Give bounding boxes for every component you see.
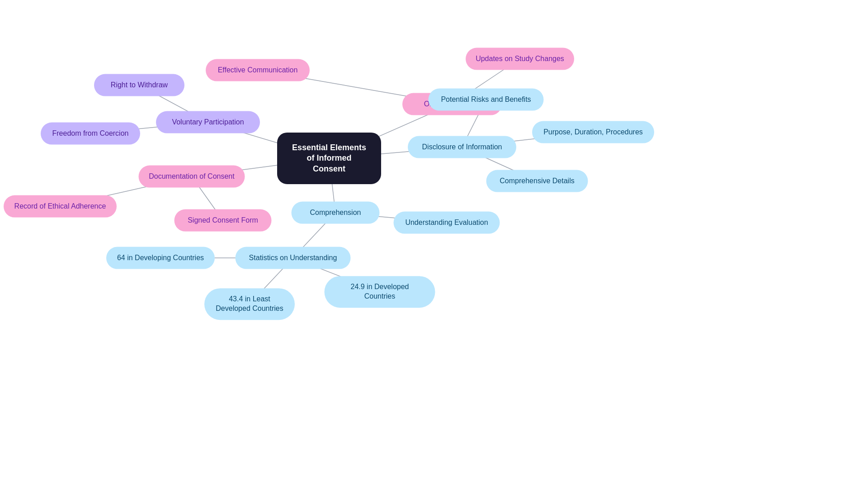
mindmap-container: Essential Elements of Informed ConsentOn… — [0, 0, 868, 490]
node-64-developing[interactable]: 64 in Developing Countries — [106, 247, 215, 269]
node-doc-consent[interactable]: Documentation of Consent — [139, 166, 245, 188]
node-249-developed[interactable]: 24.9 in Developed Countries — [325, 276, 435, 308]
node-effective-comm[interactable]: Effective Communication — [206, 59, 310, 81]
node-purpose-dur[interactable]: Purpose, Duration, Procedures — [532, 121, 654, 143]
node-comprehension[interactable]: Comprehension — [292, 202, 380, 224]
node-freedom-coercion[interactable]: Freedom from Coercion — [41, 123, 140, 145]
center-node[interactable]: Essential Elements of Informed Consent — [277, 133, 381, 184]
node-434-least[interactable]: 43.4 in Least Developed Countries — [204, 288, 295, 320]
node-voluntary-part[interactable]: Voluntary Participation — [156, 111, 260, 133]
node-record-ethical[interactable]: Record of Ethical Adherence — [4, 195, 117, 218]
node-potential-risks[interactable]: Potential Risks and Benefits — [429, 89, 544, 111]
node-understand-eval[interactable]: Understanding Evaluation — [394, 212, 500, 234]
node-stats-understand[interactable]: Statistics on Understanding — [236, 247, 351, 269]
node-signed-form[interactable]: Signed Consent Form — [175, 209, 272, 232]
connections-svg — [0, 0, 868, 490]
node-disclosure[interactable]: Disclosure of Information — [408, 136, 516, 158]
node-right-withdraw[interactable]: Right to Withdraw — [94, 74, 184, 96]
node-comprehensive[interactable]: Comprehensive Details — [486, 170, 588, 192]
node-updates-study[interactable]: Updates on Study Changes — [466, 48, 574, 70]
